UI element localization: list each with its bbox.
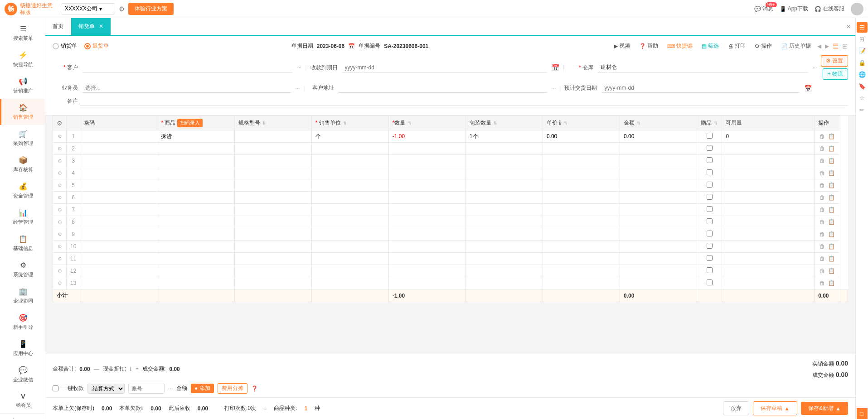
row-amount[interactable] xyxy=(620,143,697,155)
row-copy-icon[interactable]: 📋 xyxy=(828,219,835,225)
row-gear-icon[interactable]: ⚙ xyxy=(58,146,62,151)
filter-btn[interactable]: ▤ 筛选 xyxy=(699,41,722,51)
row-amount[interactable] xyxy=(620,216,697,228)
row-amount[interactable] xyxy=(620,155,697,167)
row-copy-icon[interactable]: 📋 xyxy=(828,255,835,262)
row-amount[interactable] xyxy=(620,265,697,277)
row-spec[interactable] xyxy=(234,155,311,167)
row-delete-icon[interactable]: 🗑 xyxy=(820,231,825,237)
row-spec[interactable] xyxy=(234,167,311,179)
sidebar-item-enterprise[interactable]: 🏢 企业协同 xyxy=(0,283,45,309)
row-gear-icon[interactable]: ⚙ xyxy=(58,268,62,274)
row-copy-icon[interactable]: 📋 xyxy=(828,158,835,164)
row-gift[interactable] xyxy=(697,228,722,241)
row-unit[interactable] xyxy=(311,155,388,167)
row-pack-qty[interactable] xyxy=(466,253,543,265)
row-gear-icon[interactable]: ⚙ xyxy=(58,170,62,176)
online-support-btn[interactable]: 🎧 在线客服 xyxy=(815,5,844,13)
row-pack-qty[interactable] xyxy=(466,155,543,167)
row-gift[interactable] xyxy=(697,241,722,253)
row-gift[interactable] xyxy=(697,130,722,143)
row-copy-icon[interactable]: 📋 xyxy=(828,145,835,152)
salesperson-input[interactable] xyxy=(82,83,291,93)
row-delete-icon[interactable]: 🗑 xyxy=(820,133,825,140)
sidebar-item-wechat[interactable]: 💬 企业微信 xyxy=(0,361,45,388)
row-qty[interactable] xyxy=(388,179,466,192)
row-amount[interactable] xyxy=(620,241,697,253)
row-delete-icon[interactable]: 🗑 xyxy=(820,182,825,188)
right-panel-orange-box[interactable]: □ xyxy=(857,408,868,419)
sidebar-item-inventory[interactable]: 📦 库存核算 xyxy=(0,151,45,178)
right-panel-lock[interactable]: 🔒 xyxy=(857,57,868,68)
remark-input[interactable] xyxy=(80,96,848,106)
row-copy-icon[interactable]: 📋 xyxy=(828,133,835,140)
row-qty[interactable] xyxy=(388,167,466,179)
settings-icon[interactable]: ⚙ xyxy=(119,5,125,13)
customer-address-dots[interactable]: ··· xyxy=(551,85,556,92)
row-barcode[interactable] xyxy=(80,253,157,265)
right-panel-grid-view[interactable]: ⊞ xyxy=(857,34,868,44)
row-gift[interactable] xyxy=(697,265,722,277)
right-panel-globe[interactable]: 🌐 xyxy=(857,69,868,80)
tab-sales-order[interactable]: 销货单 ✕ xyxy=(71,18,111,35)
row-spec[interactable] xyxy=(234,277,311,289)
row-amount[interactable] xyxy=(620,277,697,289)
row-delete-icon[interactable]: 🗑 xyxy=(820,255,825,262)
row-qty[interactable] xyxy=(388,155,466,167)
row-pack-qty[interactable] xyxy=(466,228,543,241)
row-unit-price[interactable] xyxy=(543,167,620,179)
video-btn[interactable]: ▶ 视频 xyxy=(611,41,633,51)
row-barcode[interactable] xyxy=(80,204,157,216)
row-unit[interactable] xyxy=(311,265,388,277)
row-pack-qty[interactable] xyxy=(466,241,543,253)
row-copy-icon[interactable]: 📋 xyxy=(828,231,835,237)
row-unit-price[interactable] xyxy=(543,192,620,204)
row-copy-icon[interactable]: 📋 xyxy=(828,207,835,213)
row-delete-icon[interactable]: 🗑 xyxy=(820,158,825,164)
row-copy-icon[interactable]: 📋 xyxy=(828,268,835,274)
sidebar-item-purchase[interactable]: 🛒 采购管理 xyxy=(0,125,45,151)
row-delete-icon[interactable]: 🗑 xyxy=(820,145,825,152)
row-amount[interactable] xyxy=(620,204,697,216)
product-type-icon[interactable]: ○ xyxy=(263,405,267,412)
row-copy-icon[interactable]: 📋 xyxy=(828,243,835,250)
row-unit-price[interactable] xyxy=(543,155,620,167)
split-help-icon[interactable]: ❓ xyxy=(251,385,258,392)
row-gear-icon[interactable]: ⚙ xyxy=(58,134,62,139)
row-unit[interactable] xyxy=(311,192,388,204)
sidebar-item-app-center[interactable]: 📱 应用中心 xyxy=(0,335,45,361)
row-barcode[interactable] xyxy=(80,167,157,179)
row-unit[interactable] xyxy=(311,216,388,228)
row-qty[interactable] xyxy=(388,241,466,253)
row-pack-qty[interactable] xyxy=(466,130,543,143)
row-product[interactable] xyxy=(157,228,234,241)
owe-info-icon[interactable]: ℹ xyxy=(141,405,143,411)
row-pack-qty[interactable] xyxy=(466,179,543,192)
account-input[interactable] xyxy=(128,384,165,394)
row-unit-price[interactable] xyxy=(543,204,620,216)
row-gift[interactable] xyxy=(697,253,722,265)
row-unit-price[interactable] xyxy=(543,130,620,143)
company-selector[interactable]: XXXXXX公司 ▾ xyxy=(61,3,115,14)
operate-btn[interactable]: ⚙ 操作 xyxy=(752,41,775,51)
right-panel-bookmark[interactable]: 🔖 xyxy=(857,81,868,92)
row-gift[interactable] xyxy=(697,192,722,204)
row-qty[interactable] xyxy=(388,192,466,204)
row-gear-icon[interactable]: ⚙ xyxy=(58,219,62,225)
avatar[interactable] xyxy=(851,3,863,15)
row-amount[interactable] xyxy=(620,253,697,265)
row-qty[interactable] xyxy=(388,130,466,143)
sidebar-item-capital[interactable]: 💰 资金管理 xyxy=(0,178,45,204)
help-btn[interactable]: ❓ 帮助 xyxy=(636,41,661,51)
row-amount[interactable] xyxy=(620,192,697,204)
sidebar-item-basic-info[interactable]: 📋 基础信息 xyxy=(0,230,45,256)
print-btn[interactable]: 🖨 打印 xyxy=(725,41,748,51)
right-panel-edit[interactable]: ✏ xyxy=(857,104,868,115)
sidebar-item-quick-nav[interactable]: ⚡ 快捷导航 xyxy=(0,46,45,72)
app-download-btn[interactable]: 📱 App下载 xyxy=(780,5,808,13)
calendar-icon[interactable]: 📅 xyxy=(348,43,355,49)
row-barcode[interactable] xyxy=(80,277,157,289)
table-gear-icon[interactable]: ⚙ xyxy=(57,120,63,127)
row-barcode[interactable] xyxy=(80,228,157,241)
row-spec[interactable] xyxy=(234,143,311,155)
